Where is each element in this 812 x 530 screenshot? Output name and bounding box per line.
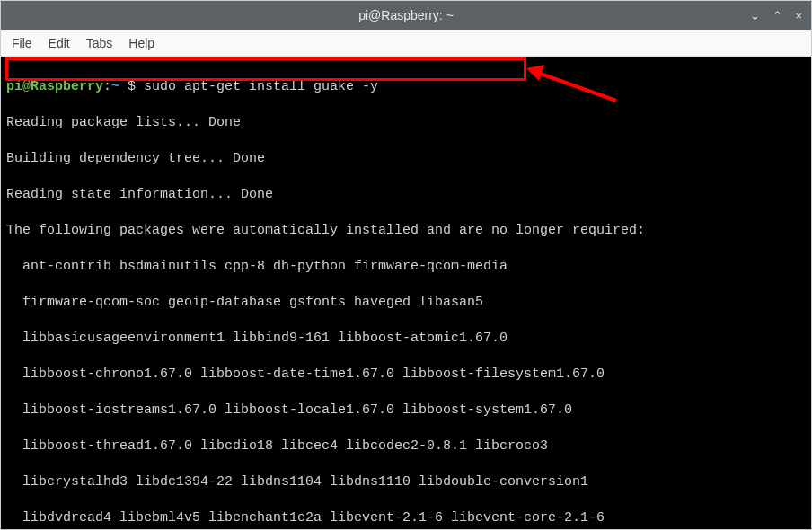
prompt-line: pi@Raspberry:~ $ sudo apt-get install gu… xyxy=(6,78,806,96)
prompt-user: pi@Raspberry xyxy=(6,79,103,94)
package-line: libdvdread4 libebml4v5 libenchant1c2a li… xyxy=(6,509,806,527)
menu-tabs[interactable]: Tabs xyxy=(86,36,113,50)
close-icon[interactable]: × xyxy=(795,9,802,22)
prompt-path: ~ xyxy=(111,79,119,94)
package-line: libbasicusageenvironment1 libbind9-161 l… xyxy=(6,330,806,348)
prompt-separator: : xyxy=(103,79,111,94)
window-title: pi@Raspberry: ~ xyxy=(358,8,454,22)
package-line: libboost-iostreams1.67.0 libboost-locale… xyxy=(6,402,806,420)
output-line: Building dependency tree... Done xyxy=(6,150,806,168)
minimize-icon[interactable]: ⌄ xyxy=(750,9,760,22)
terminal-viewport[interactable]: pi@Raspberry:~ $ sudo apt-get install gu… xyxy=(1,57,811,529)
menu-help[interactable]: Help xyxy=(128,36,154,50)
window-controls: ⌄ ⌃ × xyxy=(750,9,802,22)
menubar: File Edit Tabs Help xyxy=(1,30,811,57)
prompt-dollar: $ xyxy=(119,79,144,94)
output-line: The following packages were automaticall… xyxy=(6,222,806,240)
output-line: Reading package lists... Done xyxy=(6,114,806,132)
titlebar[interactable]: pi@Raspberry: ~ ⌄ ⌃ × xyxy=(1,1,811,30)
package-line: libboost-thread1.67.0 libcdio18 libcec4 … xyxy=(6,437,806,455)
maximize-icon[interactable]: ⌃ xyxy=(772,9,782,22)
package-line: libcrystalhd3 libdc1394-22 libdns1104 li… xyxy=(6,473,806,491)
terminal-window: pi@Raspberry: ~ ⌄ ⌃ × File Edit Tabs Hel… xyxy=(0,0,812,530)
package-line: ant-contrib bsdmainutils cpp-8 dh-python… xyxy=(6,258,806,276)
package-line: firmware-qcom-soc geoip-database gsfonts… xyxy=(6,294,806,312)
menu-edit[interactable]: Edit xyxy=(49,36,70,50)
package-line: libboost-chrono1.67.0 libboost-date-time… xyxy=(6,366,806,384)
menu-file[interactable]: File xyxy=(12,36,32,50)
output-line: Reading state information... Done xyxy=(6,186,806,204)
command-text: sudo apt-get install guake -y xyxy=(144,79,378,94)
